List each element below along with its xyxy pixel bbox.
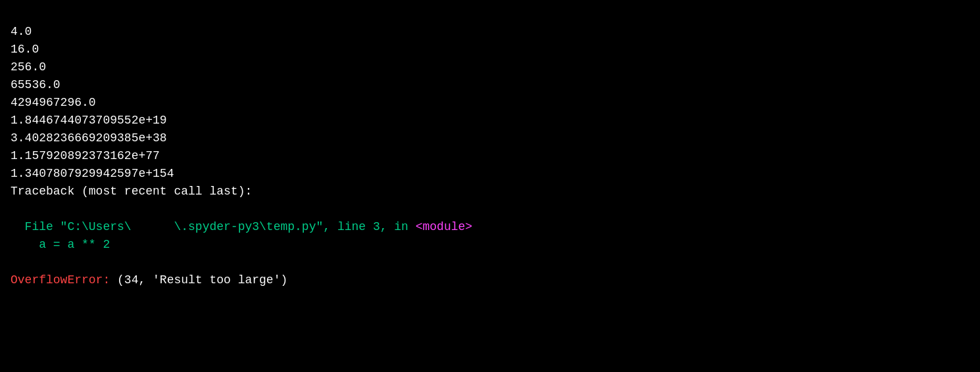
line-traceback: Traceback (most recent call last): xyxy=(11,183,969,200)
line-1-15: 1.157920892373162e+77 xyxy=(11,147,969,165)
line-code: a = a ** 2 xyxy=(11,236,969,254)
line-256: 256.0 xyxy=(11,58,969,76)
line-16: 16.0 xyxy=(11,41,969,58)
error-message-label: (34, 'Result too large') xyxy=(110,273,287,287)
line-blank1 xyxy=(11,200,969,218)
line-top xyxy=(11,5,969,23)
line-file: File "C:\Users\ \.spyder-py3\temp.py", l… xyxy=(11,218,969,236)
console-output: 4.0 16.0 256.0 65536.0 4294967296.0 1.84… xyxy=(11,5,969,289)
line-65536: 65536.0 xyxy=(11,76,969,94)
line-3-40: 3.4028236669209385e+38 xyxy=(11,129,969,147)
line-4294967296: 4294967296.0 xyxy=(11,94,969,112)
error-type-label: OverflowError: xyxy=(11,273,110,287)
line-1-84: 1.8446744073709552e+19 xyxy=(11,112,969,129)
line-error: OverflowError: (34, 'Result too large') xyxy=(11,271,969,289)
line-blank2 xyxy=(11,254,969,271)
line-4: 4.0 xyxy=(11,23,969,41)
module-label: <module> xyxy=(416,220,472,233)
line-1-34: 1.3407807929942597e+154 xyxy=(11,165,969,183)
